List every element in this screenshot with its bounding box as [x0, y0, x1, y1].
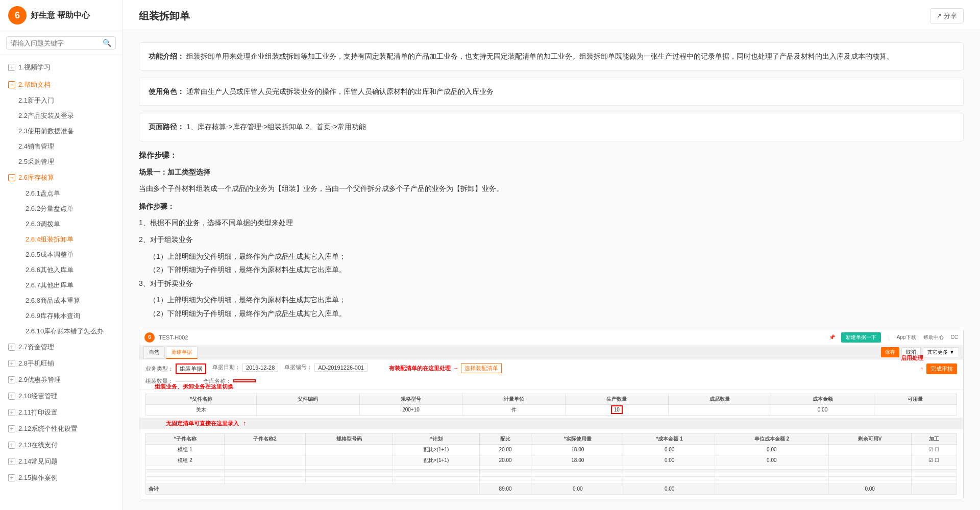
operation-steps-label: 操作步骤：: [139, 151, 964, 160]
mock-tabs: 自然 新建单据: [143, 346, 198, 359]
user-role-block: 使用角色： 通常由生产人员或库管人员完成拆装业务的操作，库管人员确认原材料的出库…: [139, 78, 964, 106]
sidebar-item-268[interactable]: 2.6.8商品成本重算: [0, 293, 122, 308]
sidebar-item-214[interactable]: + 2.14常见问题: [0, 453, 122, 470]
mock-form-area: 业务类型： 组装单据 单据日期： 2019-12-28 单据编号： AD-201…: [139, 359, 963, 390]
expand-icon-215: +: [8, 474, 15, 481]
sidebar-item-26[interactable]: − 2.6库存核算: [0, 169, 122, 186]
share-button[interactable]: ↗ 分享: [930, 8, 964, 23]
collapse-icon-docs: −: [8, 81, 15, 88]
operation-steps-section: 操作步骤： 场景一：加工类型选择 当由多个子件材料组装成一个成品的业务为【组装】…: [139, 151, 964, 321]
sidebar-item-29[interactable]: + 2.9优惠券管理: [0, 372, 122, 388]
mock-screenshot: 6 TEST-H002 📌 新建单据一下 | App下载 帮助中心 CC 自然: [139, 329, 963, 499]
mock-cell-avail-1: [874, 404, 957, 415]
mock-col-cost2: 单位成本金额 2: [715, 433, 828, 444]
mock-process-annotation: 启用处理 ↑: [921, 366, 924, 372]
sidebar-item-28[interactable]: + 2.8手机旺铺: [0, 355, 122, 372]
sidebar-item-label-211: 2.11打印设置: [18, 408, 58, 417]
mock-lower-row-4: [146, 469, 957, 473]
mock-col-actual: *实际使用量: [531, 433, 624, 444]
mock-date-field: 单据日期： 2019-12-28: [212, 363, 278, 372]
sidebar-item-27[interactable]: + 2.7资金管理: [0, 339, 122, 355]
mock-cell-unit-1: 件: [462, 404, 566, 415]
scene-one-desc: 当由多个子件材料组装成一个成品的业务为【组装】业务，当由一个父件拆分成多个子产品…: [139, 182, 964, 196]
sidebar-item-label-26: 2.6库存核算: [18, 173, 54, 182]
mock-annotation-bom: 有装配清单的在这里处理 → 选择装配清单: [389, 363, 502, 373]
sidebar-item-label-28: 2.8手机旺铺: [18, 359, 54, 368]
mock-new-btn[interactable]: 新建单据一下: [841, 332, 881, 343]
share-label: 分享: [944, 11, 957, 20]
expand-icon-212: +: [8, 425, 15, 432]
sidebar-item-22[interactable]: 2.2产品安装及登录: [0, 108, 122, 124]
mock-save-btn[interactable]: 保存: [881, 347, 899, 357]
step2: 2、对于组装业务: [139, 233, 964, 247]
annotation-process-text: 启用处理: [901, 354, 923, 362]
sidebar-item-212[interactable]: + 2.12系统个性化设置: [0, 421, 122, 437]
sidebar-item-label-214: 2.14常见问题: [18, 457, 58, 466]
step1: 1、根据不同的业务，选择不同单据的类型来处理: [139, 216, 964, 230]
mock-form-row1: 业务类型： 组装单据 单据日期： 2019-12-28 单据编号： AD-201…: [145, 363, 957, 374]
page-title: 组装拆卸单: [139, 9, 190, 23]
sidebar-item-210[interactable]: + 2.10经营管理: [0, 388, 122, 404]
mock-top-bar: 6 TEST-H002 📌 新建单据一下 | App下载 帮助中心 CC: [139, 329, 963, 346]
mock-col-ratio: 配比: [480, 433, 531, 444]
mock-bom-dropdown: 选择装配清单: [461, 363, 502, 373]
sidebar-item-23[interactable]: 2.3使用前数据准备: [0, 124, 122, 139]
sidebar-item-211[interactable]: + 2.11打印设置: [0, 404, 122, 421]
mock-tab-new[interactable]: 新建单据: [166, 346, 198, 359]
mock-type-value: 组装单据: [176, 363, 206, 374]
mock-logo: 6: [144, 332, 155, 343]
mock-cell-spec-1: 200+10: [359, 404, 462, 415]
mock-cell-child-1: 模组 1: [146, 444, 225, 455]
mock-col-cost-amt: 成本金额: [771, 394, 874, 404]
step3-2: （2）下部明细为子件明细，最终作为产成品生成其它入库单。: [139, 307, 964, 321]
mock-qty-value: [176, 380, 197, 382]
mock-user: CC: [951, 334, 958, 340]
mock-cell-child-2: 模组 2: [146, 455, 225, 466]
mock-order-label: 单据编号：: [284, 363, 312, 371]
sidebar-item-264[interactable]: 2.6.4组装拆卸单: [0, 232, 122, 247]
mock-annotation-nobom-area: 无固定清单可直接在这里录入 ↑: [139, 418, 963, 429]
sidebar-item-label-215: 2.15操作案例: [18, 473, 58, 482]
mock-upper-table-area: *父件名称 父件编码 规格型号 计量单位 生产数量 成品数量 成本金额 可用量: [139, 390, 963, 418]
mock-tab-home[interactable]: 自然: [143, 346, 165, 359]
mock-order-value: AD-20191226-001: [314, 363, 368, 372]
mock-cell-cost-1: 0.00: [771, 404, 874, 415]
mock-confirm-btn[interactable]: 完成审核: [926, 363, 957, 374]
share-icon: ↗: [937, 12, 942, 19]
sidebar-item-video[interactable]: + 1.视频学习: [0, 59, 122, 76]
search-icon[interactable]: 🔍: [103, 39, 111, 47]
sidebar-item-25[interactable]: 2.5采购管理: [0, 154, 122, 169]
mock-process-section: 启用处理 ↑ 完成审核: [921, 363, 958, 374]
mock-more-btn[interactable]: 其它更多 ▼: [923, 347, 959, 357]
sidebar-item-262[interactable]: 2.6.2分量盘点单: [0, 201, 122, 216]
sidebar-item-269[interactable]: 2.6.9库存账本查询: [0, 308, 122, 324]
mock-help: 帮助中心: [923, 334, 944, 341]
mock-test-id: TEST-H002: [159, 334, 188, 341]
annotation-bom-text: 有装配清单的在这里处理: [389, 365, 451, 372]
mock-nav-row: 自然 新建单据 保存 取消 其它更多 ▼: [139, 346, 963, 359]
sidebar-item-261[interactable]: 2.6.1盘点单: [0, 186, 122, 201]
sidebar-item-267[interactable]: 2.6.7其他出库单: [0, 278, 122, 293]
sidebar-item-docs[interactable]: − 2.帮助文档: [0, 77, 122, 93]
search-input[interactable]: [11, 39, 103, 47]
sidebar-item-265[interactable]: 2.6.5成本调整单: [0, 247, 122, 262]
mock-upper-row-1: 关木 200+10 件 10 0.00: [146, 404, 957, 415]
sidebar-item-215[interactable]: + 2.15操作案例: [0, 470, 122, 486]
expand-icon-27: +: [8, 344, 15, 351]
sidebar-item-21[interactable]: 2.1新手入门: [0, 93, 122, 108]
sidebar-item-2610[interactable]: 2.6.10库存账本错了怎么办: [0, 324, 122, 339]
sidebar-item-263[interactable]: 2.6.3调拨单: [0, 216, 122, 232]
mock-col-child-spec: 规格型号码: [305, 433, 393, 444]
expand-icon-video: +: [8, 64, 15, 71]
main-header: 组装拆卸单 ↗ 分享: [122, 0, 980, 30]
sidebar-item-266[interactable]: 2.6.6其他入库单: [0, 262, 122, 278]
mock-lower-footer: 合计 89.00 0.00 0.00 0.00: [146, 483, 957, 494]
step2-1: （1）上部明细为父件明细，最终作为产成品生成其它入库单；: [139, 250, 964, 263]
mock-cell-prod-qty-1: 10: [565, 404, 668, 415]
sidebar-item-24[interactable]: 2.4销售管理: [0, 139, 122, 154]
sidebar-item-213[interactable]: + 2.13在线支付: [0, 437, 122, 453]
annotation-process-arrow: ↑: [921, 366, 924, 372]
nav-group-video: + 1.视频学习: [0, 59, 122, 76]
step2-2: （2）下部明细为子件明细，最终作为原材料生成其它出库单。: [139, 263, 964, 277]
mock-col-parent-code: 父件编码: [257, 394, 360, 404]
